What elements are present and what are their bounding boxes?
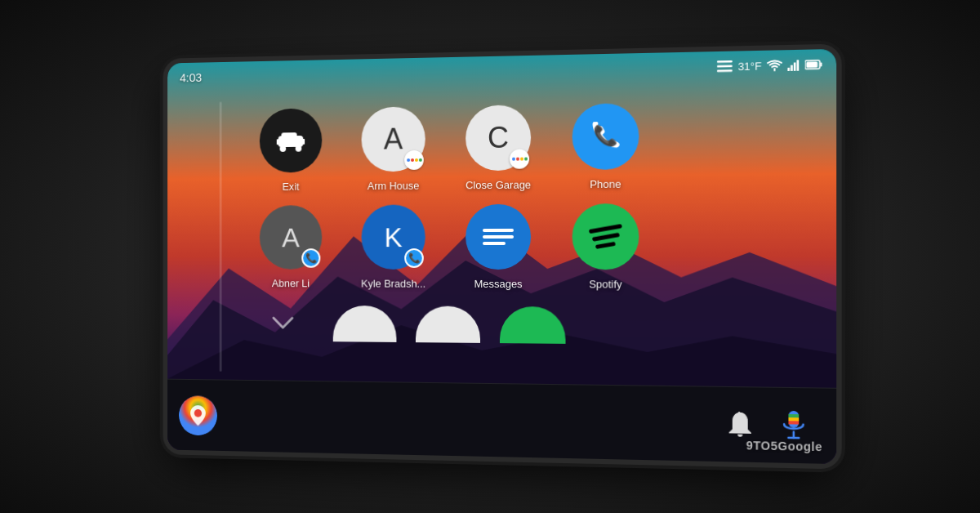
phone-icon-circle: 📞 xyxy=(572,103,639,170)
svg-rect-26 xyxy=(788,413,799,417)
car-icon xyxy=(275,127,306,154)
spotify-label: Spotify xyxy=(589,278,622,290)
assistant-badge-arm-house xyxy=(404,150,424,170)
row3-partial xyxy=(252,305,810,346)
maps-icon[interactable] xyxy=(179,395,217,435)
app-item-messages[interactable]: Messages xyxy=(457,204,539,291)
svg-rect-7 xyxy=(791,65,793,71)
notification-bell-button[interactable] xyxy=(726,410,754,439)
bottom-left xyxy=(167,395,229,435)
svg-rect-4 xyxy=(717,65,733,68)
app-item-phone[interactable]: 📞 Phone xyxy=(564,103,647,190)
exit-icon-circle xyxy=(260,108,322,172)
outer-frame: 4:03 31°F xyxy=(0,0,980,513)
svg-rect-17 xyxy=(277,139,280,145)
close-garage-letter: C xyxy=(488,121,509,155)
phone-badge-kyle: 📞 xyxy=(404,248,424,268)
android-auto-screen: 4:03 31°F xyxy=(167,49,836,464)
svg-text:📞: 📞 xyxy=(593,123,618,147)
kyle-icon-wrapper: K 📞 xyxy=(362,204,425,269)
svg-rect-9 xyxy=(797,60,800,70)
voice-mic-button[interactable] xyxy=(780,408,808,443)
screen-housing: 4:03 31°F xyxy=(167,49,836,464)
svg-rect-5 xyxy=(717,69,733,72)
messages-lines xyxy=(483,229,514,245)
phone-badge-abner: 📞 xyxy=(301,248,320,268)
spotify-lines xyxy=(589,226,622,247)
abner-li-letter: A xyxy=(282,221,300,252)
spotify-icon-wrapper xyxy=(572,203,639,270)
chevron-area xyxy=(252,315,314,332)
status-time: 4:03 xyxy=(180,70,202,84)
svg-rect-8 xyxy=(794,62,796,70)
arm-house-icon-wrapper: A xyxy=(362,106,425,172)
app-row-1: Exit A xyxy=(252,100,810,193)
arm-house-label: Arm House xyxy=(368,180,420,192)
svg-rect-3 xyxy=(717,60,733,63)
close-garage-label: Close Garage xyxy=(466,179,531,192)
phone-label: Phone xyxy=(590,178,621,190)
arm-house-letter: A xyxy=(384,123,403,157)
app-item-kyle[interactable]: K 📞 Kyle Bradsh... xyxy=(354,204,434,289)
bottom-bar xyxy=(167,379,836,464)
svg-rect-12 xyxy=(806,61,817,68)
partial-app-3 xyxy=(500,306,566,344)
app-item-abner-li[interactable]: A 📞 Abner Li xyxy=(252,205,330,289)
svg-rect-14 xyxy=(281,132,296,141)
app-item-close-garage[interactable]: C Close Garage xyxy=(457,105,539,191)
app-item-spotify[interactable]: Spotify xyxy=(564,203,647,291)
status-temperature: 31°F xyxy=(738,60,762,73)
bottom-right xyxy=(698,408,836,444)
main-content: Exit A xyxy=(229,83,836,379)
left-divider xyxy=(220,102,222,372)
messages-label: Messages xyxy=(474,278,522,290)
phone-icon-wrapper: 📞 xyxy=(572,103,639,170)
status-right: 31°F xyxy=(717,58,822,73)
kyle-label: Kyle Bradsh... xyxy=(361,278,425,290)
app-item-arm-house[interactable]: A Arm House xyxy=(354,106,434,192)
chevron-down-icon[interactable] xyxy=(271,315,295,332)
partial-app-1 xyxy=(333,306,397,342)
kyle-letter: K xyxy=(384,221,402,253)
bottom-center xyxy=(229,413,698,427)
close-garage-icon-wrapper: C xyxy=(466,105,531,171)
phone-svg: 📞 xyxy=(590,122,621,152)
spotify-icon-circle xyxy=(572,203,639,270)
svg-rect-11 xyxy=(820,62,822,66)
abner-li-label: Abner Li xyxy=(272,277,310,289)
watermark: 9TO5Google xyxy=(746,439,822,453)
wifi-icon xyxy=(767,60,782,72)
assistant-badge-close-garage xyxy=(510,149,529,168)
messages-icon-circle xyxy=(466,204,531,270)
app-row-2: A 📞 Abner Li K xyxy=(252,203,810,292)
signal-icon xyxy=(787,59,800,71)
bell-icon xyxy=(726,410,754,439)
svg-rect-18 xyxy=(301,139,305,145)
menu-icon xyxy=(717,60,733,73)
svg-rect-25 xyxy=(788,417,799,421)
exit-icon-wrapper xyxy=(260,108,322,172)
app-item-exit[interactable]: Exit xyxy=(252,108,330,193)
partial-app-2 xyxy=(416,306,480,343)
svg-rect-6 xyxy=(787,68,790,71)
svg-rect-24 xyxy=(788,421,799,424)
abner-li-icon-wrapper: A 📞 xyxy=(260,205,322,270)
mic-icon xyxy=(780,408,808,443)
messages-icon-wrapper xyxy=(466,204,531,270)
battery-icon xyxy=(805,60,822,70)
exit-label: Exit xyxy=(283,181,300,193)
